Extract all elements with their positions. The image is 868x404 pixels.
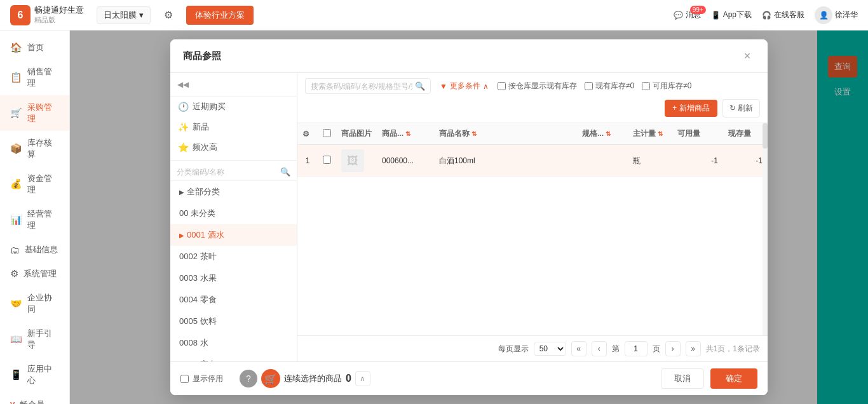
th-code[interactable]: 商品... ⇅	[377, 123, 434, 145]
service-item[interactable]: 🎧 在线客服	[762, 10, 804, 20]
sidebar-item-inventory[interactable]: 📦 库存核算	[0, 131, 69, 166]
quick-nav-new-label: 新品	[193, 121, 209, 133]
username: 徐泽华	[835, 10, 858, 20]
sidebar-item-guide[interactable]: 📖 新手引导	[0, 321, 69, 357]
checkbox-nonzero[interactable]: 现有库存≠0	[585, 81, 634, 91]
enterprise-icon: 🤝	[10, 298, 22, 309]
checkbox-warehouse[interactable]: 按仓库显示现有库存	[498, 81, 577, 91]
checkbox-nonzero-input[interactable]	[585, 82, 593, 90]
product-search-icon[interactable]: 🔍	[415, 81, 425, 91]
category-search-bar: 🔍	[170, 163, 297, 181]
last-page-button[interactable]: »	[686, 341, 701, 356]
category-all[interactable]: ▶ 全部分类	[170, 181, 297, 203]
sidebar-item-finance[interactable]: 💰 资金管理	[0, 166, 69, 202]
modal-overlay: 商品参照 × ◀◀ 🕐 近期购买	[70, 30, 868, 404]
category-liquor[interactable]: ▶ 0001 酒水	[170, 224, 297, 246]
trial-button[interactable]: 体验行业方案	[186, 6, 254, 25]
help-icon-button[interactable]: ?	[240, 370, 257, 387]
cancel-button[interactable]: 取消	[661, 368, 704, 389]
category-fruit[interactable]: 0003 水果	[170, 267, 297, 289]
sidebar-item-system[interactable]: ⚙ 系统管理	[0, 262, 69, 286]
prev-page-button[interactable]: ‹	[592, 341, 607, 356]
category-tea-label: 0002 茶叶	[179, 251, 217, 262]
checkbox-warehouse-label: 按仓库显示现有库存	[508, 81, 577, 91]
category-uncategorized[interactable]: 00 未分类	[170, 203, 297, 224]
category-search-icon[interactable]: 🔍	[280, 167, 290, 177]
message-item[interactable]: 💬 消息 99+	[674, 10, 701, 20]
new-icon: ✨	[178, 122, 189, 132]
category-beverage[interactable]: 0005 饮料	[170, 311, 297, 332]
category-water[interactable]: 0008 水	[170, 332, 297, 354]
sidebar-item-home[interactable]: 🏠 首页	[0, 36, 69, 60]
page-number-input[interactable]	[625, 341, 648, 356]
category-search-input[interactable]	[177, 168, 278, 177]
category-tea[interactable]: 0002 茶叶	[170, 246, 297, 267]
category-appliance[interactable]: 0010 家电	[170, 354, 297, 361]
th-unit[interactable]: 主计量 ⇅	[628, 123, 672, 145]
sidebar-item-operation[interactable]: 📊 经营管理	[0, 202, 69, 238]
sales-icon: 📋	[10, 72, 22, 83]
sidebar-label-purchase: 采购管理	[27, 102, 59, 125]
refresh-button[interactable]: ↻ 刷新	[722, 99, 760, 118]
quick-nav-recent[interactable]: 🕐 近期购买	[170, 97, 297, 117]
column-settings-icon[interactable]: ⚙	[302, 130, 309, 138]
th-spec[interactable]: 规格... ⇅	[577, 123, 628, 145]
left-collapse-button[interactable]: ◀◀	[177, 78, 189, 91]
select-all-checkbox[interactable]	[323, 129, 331, 137]
first-page-button[interactable]: «	[571, 341, 587, 356]
per-page-select[interactable]: 50 10 20 100	[534, 342, 566, 356]
checkbox-avail-nonzero-input[interactable]	[642, 82, 650, 90]
modal-close-button[interactable]: ×	[740, 48, 755, 64]
sidebar-label-operation: 经营管理	[27, 208, 59, 231]
row-img: 🖼	[336, 145, 377, 177]
row-check[interactable]	[318, 145, 336, 177]
next-page-button[interactable]: ›	[665, 341, 681, 356]
product-search-input[interactable]	[311, 82, 412, 91]
table-row[interactable]: 1 🖼	[297, 145, 768, 177]
sidebar-item-sales[interactable]: 📋 销售管理	[0, 60, 69, 95]
confirm-button[interactable]: 确定	[710, 368, 757, 389]
sidebar-item-enterprise[interactable]: 🤝 企业协同	[0, 286, 69, 321]
show-disabled-checkbox[interactable]	[180, 375, 189, 383]
th-avail-label: 可用量	[677, 129, 700, 138]
row-code: 000600...	[377, 145, 434, 177]
quick-nav-new[interactable]: ✨ 新品	[170, 117, 297, 137]
product-image-placeholder: 🖼	[347, 154, 358, 168]
add-product-button[interactable]: + 新增商品	[665, 100, 717, 117]
table-scrollbar-thumb	[763, 123, 768, 149]
table-header-row: ⚙ 商品图片	[297, 123, 768, 145]
gear-button[interactable]: ⚙	[158, 5, 179, 25]
table-scrollbar[interactable]	[763, 123, 768, 335]
footer-cart: ? 🛒 连续选择的商品 0 ∧	[240, 369, 370, 388]
product-image: 🖼	[341, 149, 364, 172]
quick-nav-frequent[interactable]: ⭐ 频次高	[170, 137, 297, 158]
row-checkbox[interactable]	[323, 156, 331, 164]
sidebar-item-purchase[interactable]: 🛒 采购管理	[0, 95, 69, 131]
sidebar-label-guide: 新手引导	[27, 328, 59, 351]
user-item[interactable]: 👤 徐泽华	[815, 6, 858, 24]
sidebar-item-basic[interactable]: 🗂 基础信息	[0, 238, 69, 262]
content-area: 查询 设置 商品参照 × ◀◀	[70, 30, 868, 404]
th-img: 商品图片	[336, 123, 377, 145]
modal-title: 商品参照	[183, 50, 221, 62]
cart-icon-button[interactable]: 🛒	[261, 369, 280, 388]
user-avatar: 👤	[815, 6, 832, 24]
app-download-item[interactable]: 📱 App下载	[711, 10, 752, 20]
th-stock-label: 现存量	[728, 129, 751, 138]
modal-header: 商品参照 ×	[170, 39, 768, 73]
sidebar-item-member[interactable]: V 畅会员	[0, 393, 69, 404]
sidebar-item-apps[interactable]: 📱 应用中心	[0, 357, 69, 393]
checkbox-warehouse-input[interactable]	[498, 82, 506, 90]
filter-button[interactable]: ▼ 更多条件 ∧	[436, 78, 492, 94]
sidebar-label-apps: 应用中心	[27, 363, 59, 386]
cart-count: 0	[346, 373, 351, 384]
category-snack[interactable]: 0004 零食	[170, 289, 297, 311]
cart-collapse-button[interactable]: ∧	[355, 371, 370, 386]
recent-icon: 🕐	[178, 102, 189, 112]
sort-spec-icon: ⇅	[606, 130, 611, 137]
modal-left-top: ◀◀	[170, 73, 297, 97]
th-name[interactable]: 商品名称 ⇅	[434, 123, 577, 145]
checkbox-avail-nonzero[interactable]: 可用库存≠0	[642, 81, 691, 91]
store-selector[interactable]: 日太阳膜 ▾	[97, 6, 151, 24]
app-label: App下载	[723, 10, 752, 20]
